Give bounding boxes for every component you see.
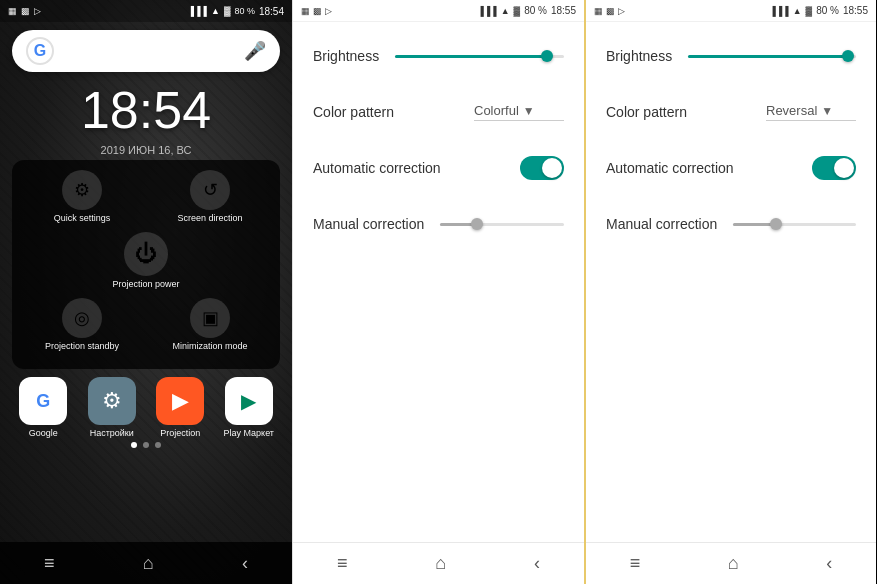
s3-wifi: ▲ bbox=[793, 6, 802, 16]
date-display: 2019 ИЮН 16, ВС bbox=[0, 144, 292, 156]
settings-nav-bar-2: ≡ ⌂ ‹ bbox=[293, 542, 584, 584]
projection-standby-icon: ◎ bbox=[62, 298, 102, 338]
time-display: 18:54 bbox=[259, 6, 284, 17]
brightness-track-3[interactable] bbox=[688, 55, 856, 58]
quick-settings-grid: ⚙ Quick settings ↺ Screen direction bbox=[22, 170, 270, 224]
quick-settings-panel: ⚙ Quick settings ↺ Screen direction ⏻ Pr… bbox=[12, 160, 280, 369]
projection-power-label: Projection power bbox=[112, 279, 179, 290]
auto-correction-row-2: Automatic correction bbox=[313, 150, 564, 186]
projection-power-item[interactable]: ⏻ Projection power bbox=[112, 232, 179, 290]
brightness-label-2: Brightness bbox=[313, 48, 379, 64]
s3-signal: ▐▐▐ bbox=[770, 6, 789, 16]
brightness-track-2[interactable] bbox=[395, 55, 564, 58]
color-pattern-row-3: Color pattern Reversal ▼ bbox=[606, 94, 856, 130]
settings-panel-colorful: ▦ ▩ ▷ ▐▐▐ ▲ ▓ 80 % 18:55 Brightness Colo bbox=[292, 0, 584, 584]
minimization-item[interactable]: ▣ Minimization mode bbox=[150, 298, 270, 352]
phone-panel: ▦ ▩ ▷ ▐▐▐ ▲ ▓ 80 % 18:54 G 🎤 18:54 2019 … bbox=[0, 0, 292, 584]
dot-1 bbox=[131, 442, 137, 448]
manual-correction-label-3: Manual correction bbox=[606, 216, 717, 232]
signal-icon: ▐▐▐ bbox=[188, 6, 207, 16]
google-logo: G bbox=[26, 37, 54, 65]
phone-menu-button[interactable]: ≡ bbox=[44, 553, 55, 574]
s2-menu-icon: ▦ bbox=[301, 6, 310, 16]
menu-icon: ▦ bbox=[8, 6, 17, 16]
google-app-label: Google bbox=[29, 428, 58, 438]
manual-correction-slider-3[interactable] bbox=[733, 223, 856, 226]
color-pattern-label-2: Color pattern bbox=[313, 104, 394, 120]
s2-time: 18:55 bbox=[551, 5, 576, 16]
search-bar[interactable]: G 🎤 bbox=[12, 30, 280, 72]
phone-status-bar: ▦ ▩ ▷ ▐▐▐ ▲ ▓ 80 % 18:54 bbox=[0, 0, 292, 22]
app-play[interactable]: ▶ Play Маркет bbox=[218, 377, 281, 438]
settings-status-left-3: ▦ ▩ ▷ bbox=[594, 6, 625, 16]
s2-nav-back[interactable]: ‹ bbox=[534, 553, 540, 574]
settings-status-right-2: ▐▐▐ ▲ ▓ 80 % 18:55 bbox=[478, 5, 576, 16]
brightness-thumb-2[interactable] bbox=[541, 50, 553, 62]
manual-correction-track-3[interactable] bbox=[733, 223, 856, 226]
s3-battery: ▓ bbox=[806, 6, 813, 16]
s2-nav-home[interactable]: ⌂ bbox=[435, 553, 446, 574]
brightness-slider-3[interactable] bbox=[688, 55, 856, 58]
s3-nav-back[interactable]: ‹ bbox=[826, 553, 832, 574]
color-pattern-row-2: Color pattern Colorful ▼ bbox=[313, 94, 564, 130]
screen-direction-item[interactable]: ↺ Screen direction bbox=[150, 170, 270, 224]
brightness-fill-2 bbox=[395, 55, 547, 58]
s3-sd-icon: ▩ bbox=[606, 6, 615, 16]
play-app-label: Play Маркет bbox=[224, 428, 274, 438]
s3-nav-home[interactable]: ⌂ bbox=[728, 553, 739, 574]
app-projection[interactable]: ▶ Projection bbox=[149, 377, 212, 438]
s2-nav-menu[interactable]: ≡ bbox=[337, 553, 348, 574]
app-google[interactable]: G Google bbox=[12, 377, 75, 438]
s3-menu-icon: ▦ bbox=[594, 6, 603, 16]
projection-app-label: Projection bbox=[160, 428, 200, 438]
s2-battery-pct: 80 % bbox=[524, 5, 547, 16]
auto-correction-label-3: Automatic correction bbox=[606, 160, 734, 176]
minimization-label: Minimization mode bbox=[172, 341, 247, 352]
auto-correction-label-2: Automatic correction bbox=[313, 160, 441, 176]
quick-settings-label: Quick settings bbox=[54, 213, 111, 224]
projection-standby-item[interactable]: ◎ Projection standby bbox=[22, 298, 142, 352]
dropdown-arrow-3: ▼ bbox=[821, 104, 833, 118]
google-app-icon: G bbox=[19, 377, 67, 425]
settings-status-bar-2: ▦ ▩ ▷ ▐▐▐ ▲ ▓ 80 % 18:55 bbox=[293, 0, 584, 22]
s2-cast-icon: ▷ bbox=[325, 6, 332, 16]
manual-correction-thumb-2[interactable] bbox=[471, 218, 483, 230]
settings-content-2: Brightness Color pattern Colorful ▼ Auto… bbox=[293, 22, 584, 542]
auto-correction-toggle-2[interactable] bbox=[520, 156, 564, 180]
quick-settings-item[interactable]: ⚙ Quick settings bbox=[22, 170, 142, 224]
color-pattern-dropdown-3[interactable]: Reversal ▼ bbox=[766, 103, 856, 121]
settings-panel-reversal: ▦ ▩ ▷ ▐▐▐ ▲ ▓ 80 % 18:55 Brightness Colo bbox=[584, 0, 876, 584]
phone-back-button[interactable]: ‹ bbox=[242, 553, 248, 574]
s2-sd-icon: ▩ bbox=[313, 6, 322, 16]
s3-nav-menu[interactable]: ≡ bbox=[630, 553, 641, 574]
manual-correction-slider-2[interactable] bbox=[440, 223, 564, 226]
color-pattern-value-3: Reversal bbox=[766, 103, 817, 118]
screen-direction-label: Screen direction bbox=[177, 213, 242, 224]
status-right-icons: ▐▐▐ ▲ ▓ 80 % 18:54 bbox=[188, 6, 284, 17]
manual-correction-label-2: Manual correction bbox=[313, 216, 424, 232]
settings-app-icon: ⚙ bbox=[88, 377, 136, 425]
brightness-slider-2[interactable] bbox=[395, 55, 564, 58]
screen-direction-icon: ↺ bbox=[190, 170, 230, 210]
quick-bottom-grid: ◎ Projection standby ▣ Minimization mode bbox=[22, 298, 270, 352]
settings-nav-bar-3: ≡ ⌂ ‹ bbox=[586, 542, 876, 584]
status-left-icons: ▦ ▩ ▷ bbox=[8, 6, 41, 16]
page-dots bbox=[0, 442, 292, 448]
battery-percent: 80 % bbox=[234, 6, 255, 16]
cast-icon: ▷ bbox=[34, 6, 41, 16]
settings-status-right-3: ▐▐▐ ▲ ▓ 80 % 18:55 bbox=[770, 5, 868, 16]
dropdown-arrow-2: ▼ bbox=[523, 104, 535, 118]
manual-correction-thumb-3[interactable] bbox=[770, 218, 782, 230]
app-settings[interactable]: ⚙ Настройки bbox=[81, 377, 144, 438]
brightness-thumb-3[interactable] bbox=[842, 50, 854, 62]
s3-time: 18:55 bbox=[843, 5, 868, 16]
microphone-icon[interactable]: 🎤 bbox=[244, 40, 266, 62]
color-pattern-dropdown-2[interactable]: Colorful ▼ bbox=[474, 103, 564, 121]
manual-correction-track-2[interactable] bbox=[440, 223, 564, 226]
clock: 18:54 bbox=[0, 80, 292, 140]
auto-correction-toggle-3[interactable] bbox=[812, 156, 856, 180]
phone-home-button[interactable]: ⌂ bbox=[143, 553, 154, 574]
settings-app-label: Настройки bbox=[90, 428, 134, 438]
projection-app-icon: ▶ bbox=[156, 377, 204, 425]
s3-battery-pct: 80 % bbox=[816, 5, 839, 16]
